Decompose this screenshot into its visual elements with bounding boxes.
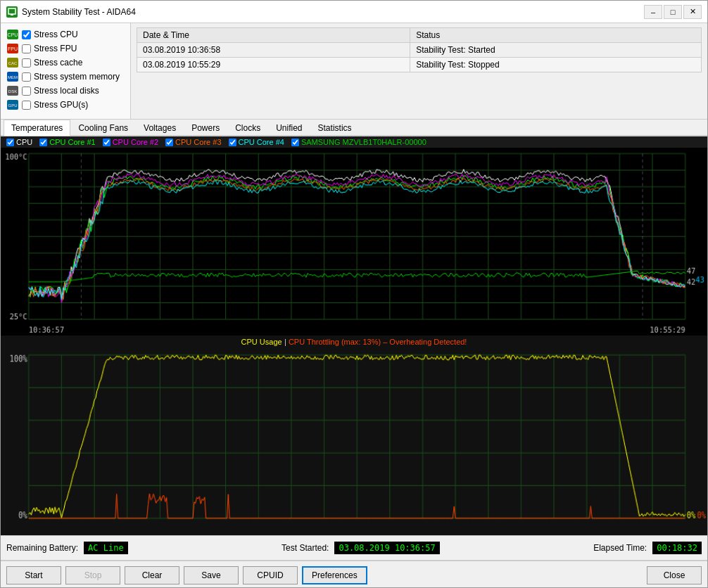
close-button[interactable]: Close	[647, 566, 702, 584]
legend-core4: CPU Core #4	[229, 138, 284, 146]
start-button[interactable]: Start	[6, 566, 61, 584]
svg-text:DSK: DSK	[8, 89, 17, 94]
svg-text:GPU: GPU	[8, 103, 17, 108]
status-table: Date & Time Status 03.08.2019 10:36:58 S…	[137, 27, 702, 72]
cache-icon: CAC	[6, 57, 19, 68]
table-row: 03.08.2019 10:36:58 Stability Test: Star…	[137, 43, 702, 58]
app-window: System Stability Test - AIDA64 – □ ✕ CPU…	[1, 1, 707, 588]
maximize-button[interactable]: □	[664, 5, 682, 19]
legend-core4-checkbox[interactable]	[229, 139, 236, 146]
stress-gpu-checkbox[interactable]	[22, 101, 31, 110]
cpu-icon: CPU	[6, 29, 19, 40]
elapsed-value: 00:18:32	[652, 542, 702, 554]
fpu-icon: FPU	[6, 43, 19, 54]
tab-temperatures[interactable]: Temperatures	[4, 120, 70, 136]
stress-memory-label: Stress system memory	[34, 72, 120, 82]
datetime-cell-2: 03.08.2019 10:55:29	[137, 58, 410, 72]
chart-legend: CPU CPU Core #1 CPU Core #2 CPU Core #3 …	[1, 136, 707, 148]
temperature-canvas	[1, 148, 707, 335]
stress-fpu-label: Stress FPU	[34, 44, 77, 53]
legend-cpu-label: CPU	[16, 138, 32, 146]
legend-core2-checkbox[interactable]	[103, 139, 110, 146]
battery-label: Remaining Battery:	[6, 543, 78, 553]
tab-powers[interactable]: Powers	[184, 120, 227, 136]
save-button[interactable]: Save	[184, 566, 239, 584]
elapsed-label: Elapsed Time:	[593, 543, 647, 553]
button-bar: Start Stop Clear Save CPUID Preferences …	[1, 561, 707, 588]
legend-core1: CPU Core #1	[39, 138, 95, 146]
legend-core3: CPU Core #3	[165, 138, 221, 146]
legend-samsung-checkbox[interactable]	[291, 139, 299, 146]
stress-gpu-label: Stress GPU(s)	[34, 100, 88, 110]
legend-core4-label: CPU Core #4	[239, 138, 284, 146]
stress-cpu-checkbox[interactable]	[22, 30, 31, 39]
stress-local-checkbox[interactable]	[22, 87, 31, 96]
memory-icon: MEM	[6, 71, 19, 82]
status-cell-1: Stability Test: Started	[410, 43, 702, 58]
clear-button[interactable]: Clear	[125, 566, 179, 584]
tab-unified[interactable]: Unified	[268, 120, 310, 136]
svg-text:CPU: CPU	[8, 32, 18, 37]
cpu-usage-canvas	[1, 348, 707, 535]
legend-core3-label: CPU Core #3	[175, 138, 221, 146]
status-panel: Date & Time Status 03.08.2019 10:36:58 S…	[131, 23, 707, 119]
window-controls: – □ ✕	[644, 5, 702, 19]
legend-core2: CPU Core #2	[103, 138, 158, 146]
disk-icon: DSK	[6, 85, 19, 96]
svg-text:CAC: CAC	[8, 61, 18, 65]
stress-memory-option: MEM Stress system memory	[6, 71, 125, 82]
cpu-usage-title: CPU Usage	[241, 338, 282, 346]
legend-cpu: CPU	[6, 138, 32, 146]
stress-cache-checkbox[interactable]	[22, 58, 31, 68]
stress-cpu-option: CPU Stress CPU	[6, 29, 125, 40]
legend-core1-checkbox[interactable]	[39, 139, 47, 146]
tab-clocks[interactable]: Clocks	[227, 120, 268, 136]
svg-text:MEM: MEM	[8, 75, 18, 79]
tab-statistics[interactable]: Statistics	[310, 120, 360, 136]
stress-fpu-option: FPU Stress FPU	[6, 43, 125, 54]
status-cell-2: Stability Test: Stopped	[410, 58, 702, 72]
legend-cpu-checkbox[interactable]	[6, 139, 14, 146]
svg-rect-0	[8, 8, 15, 14]
datetime-cell-1: 03.08.2019 10:36:58	[137, 43, 410, 58]
stress-cpu-label: Stress CPU	[34, 30, 78, 39]
app-icon	[6, 6, 18, 18]
info-bar: Remaining Battery: AC Line Test Started:…	[1, 535, 707, 561]
tabs-bar: Temperatures Cooling Fans Voltages Power…	[1, 120, 707, 136]
gpu-icon: GPU	[6, 99, 19, 110]
stop-button[interactable]: Stop	[65, 566, 120, 584]
title-bar: System Stability Test - AIDA64 – □ ✕	[1, 1, 707, 23]
stress-gpu-option: GPU Stress GPU(s)	[6, 99, 125, 110]
legend-samsung-label: SAMSUNG MZVLB1T0HALR-00000	[301, 138, 426, 146]
stress-options-panel: CPU Stress CPU FPU Stress FPU CAC Stress…	[1, 23, 131, 119]
legend-core1-label: CPU Core #1	[49, 138, 95, 146]
tab-voltages[interactable]: Voltages	[136, 120, 184, 136]
preferences-button[interactable]: Preferences	[302, 566, 367, 584]
svg-rect-1	[11, 14, 13, 15]
tab-cooling-fans[interactable]: Cooling Fans	[70, 120, 136, 136]
cpuid-button[interactable]: CPUID	[243, 566, 298, 584]
cpu-chart-title-bar: CPU Usage | CPU Throttling (max: 13%) – …	[1, 335, 707, 348]
legend-core3-checkbox[interactable]	[165, 139, 173, 146]
svg-text:FPU: FPU	[8, 46, 18, 51]
cpu-usage-chart-section: CPU Usage | CPU Throttling (max: 13%) – …	[1, 335, 707, 535]
temperature-chart-section: CPU CPU Core #1 CPU Core #2 CPU Core #3 …	[1, 136, 707, 335]
legend-samsung: SAMSUNG MZVLB1T0HALR-00000	[291, 138, 426, 146]
stress-memory-checkbox[interactable]	[22, 72, 31, 82]
minimize-button[interactable]: –	[644, 5, 662, 19]
stress-local-option: DSK Stress local disks	[6, 85, 125, 96]
datetime-header: Date & Time	[137, 28, 410, 43]
test-started-value: 03.08.2019 10:36:57	[334, 542, 439, 554]
legend-core2-label: CPU Core #2	[113, 138, 158, 146]
battery-value: AC Line	[84, 542, 128, 554]
stress-local-label: Stress local disks	[34, 86, 99, 96]
stress-fpu-checkbox[interactable]	[22, 44, 31, 53]
stress-cache-option: CAC Stress cache	[6, 57, 125, 68]
close-window-button[interactable]: ✕	[683, 5, 702, 19]
table-row: 03.08.2019 10:55:29 Stability Test: Stop…	[137, 58, 702, 72]
window-title: System Stability Test - AIDA64	[22, 7, 644, 17]
charts-area: CPU CPU Core #1 CPU Core #2 CPU Core #3 …	[1, 136, 707, 535]
header-area: CPU Stress CPU FPU Stress FPU CAC Stress…	[1, 23, 707, 120]
test-started-label: Test Started:	[282, 543, 329, 553]
stress-cache-label: Stress cache	[34, 58, 82, 68]
